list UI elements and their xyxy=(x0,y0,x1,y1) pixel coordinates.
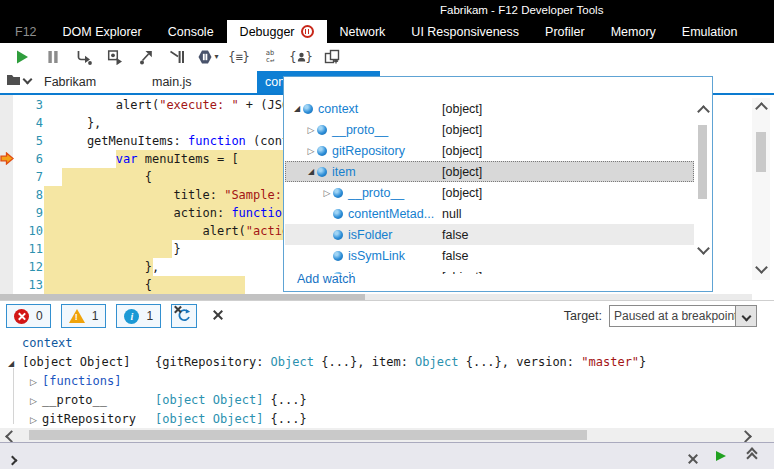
watch-tree: ◢context[object]▷__proto__[object]▷gitRe… xyxy=(285,98,694,274)
clear-input-icon[interactable] xyxy=(688,454,699,465)
info-filter-button[interactable]: i 1 xyxy=(116,304,161,328)
result-value: {gitRepository: Object {...}, item: Obje… xyxy=(155,355,646,369)
clear-console-button[interactable] xyxy=(213,310,226,323)
tab-ui-responsiveness[interactable]: UI Responsiveness xyxy=(398,20,532,43)
collapse-arrow-icon[interactable]: ◢ xyxy=(305,167,317,176)
scrollbar-thumb[interactable] xyxy=(29,430,587,440)
tab-memory[interactable]: Memory xyxy=(598,20,669,43)
errors-filter-button[interactable]: 0 xyxy=(6,304,51,328)
expand-arrow-icon[interactable]: ▷ xyxy=(30,392,42,411)
clear-on-navigate-button[interactable] xyxy=(171,304,197,328)
step-into-icon xyxy=(107,49,124,65)
dropdown-button[interactable] xyxy=(735,306,756,326)
folder-icon xyxy=(6,73,21,86)
tab-f12[interactable]: F12 xyxy=(2,20,50,43)
watch-row-gitRepository[interactable]: ▷gitRepository[object] xyxy=(285,140,694,161)
console-input-row[interactable] xyxy=(0,442,774,469)
object-icon xyxy=(333,188,343,198)
collapse-arrow-icon[interactable]: ◢ xyxy=(291,104,303,113)
tab-network[interactable]: Network xyxy=(327,20,399,43)
step-into-button[interactable] xyxy=(103,45,127,69)
exception-settings-button[interactable]: ▾ xyxy=(196,45,220,69)
scroll-down-icon[interactable] xyxy=(697,242,710,255)
object-icon xyxy=(333,230,343,240)
code-text: alert("execute: " + (JSON xyxy=(58,98,296,112)
property-value: [object] xyxy=(442,123,482,137)
current-breakpoint-icon[interactable] xyxy=(0,152,14,170)
line-number: 12 xyxy=(13,258,43,276)
scroll-up-icon[interactable] xyxy=(755,102,768,115)
expand-arrow-icon[interactable]: ▷ xyxy=(30,373,42,392)
object-icon xyxy=(317,167,327,177)
file-tab-main-js[interactable]: main.js xyxy=(144,71,236,93)
just-my-code-button[interactable]: {} xyxy=(289,45,313,69)
watch-row--proto-[interactable]: ▷__proto__[object] xyxy=(285,182,694,203)
property-name: contentMetad... xyxy=(348,207,434,221)
add-watch-link[interactable]: Add watch xyxy=(297,272,355,286)
line-number: 8 xyxy=(13,186,43,204)
message-filter-buttons: 0 1 i 1 xyxy=(6,304,226,328)
scroll-down-icon[interactable] xyxy=(755,261,768,274)
result-value: [object Object] {...} xyxy=(155,412,307,426)
console-row-gitRepository[interactable]: ▷gitRepository[object Object] {...} xyxy=(0,410,774,429)
watch-row-contentMetad-[interactable]: contentMetad...null xyxy=(285,203,694,224)
format-code-button[interactable]: {≡} xyxy=(227,45,251,69)
debug-toolbar: ▾{≡}abc↵{} xyxy=(0,43,774,70)
object-icon xyxy=(303,104,313,114)
scroll-left-icon[interactable] xyxy=(5,430,18,443)
word-wrap-icon: abc↵ xyxy=(266,50,274,64)
console-row--proto-[interactable]: ▷__proto__[object Object] {...} xyxy=(0,391,774,410)
scroll-right-icon[interactable] xyxy=(739,430,752,443)
console-row--functions-[interactable]: ▷[functions] xyxy=(0,372,774,391)
result-name: [object Object] xyxy=(22,353,155,372)
continue-button[interactable] xyxy=(10,45,34,69)
tab-label: F12 xyxy=(15,25,37,39)
toggle-source-maps-button[interactable] xyxy=(320,45,344,69)
result-name: __proto__ xyxy=(42,391,155,410)
tab-console[interactable]: Console xyxy=(155,20,227,43)
scrollbar-thumb[interactable] xyxy=(698,125,707,199)
file-tab-fabrikam[interactable]: Fabrikam xyxy=(36,71,136,93)
target-dropdown[interactable]: Paused at a breakpoint xyxy=(609,305,757,327)
watch-row-context[interactable]: ◢context[object] xyxy=(285,98,694,119)
expand-input-icon[interactable] xyxy=(746,449,758,463)
folder-menu-button[interactable] xyxy=(6,73,31,86)
f12-developer-tools-window: Fabrikam - F12 Developer Tools F12DOM Ex… xyxy=(0,0,774,469)
tab-debugger[interactable]: Debugger xyxy=(227,20,327,43)
collapse-arrow-icon[interactable]: ◢ xyxy=(8,354,22,373)
code-text: var menuItems = [ xyxy=(58,152,239,166)
scroll-up-icon[interactable] xyxy=(697,105,710,118)
step-out-button[interactable] xyxy=(134,45,158,69)
step-over-button[interactable] xyxy=(72,45,96,69)
code-text: getMenuItems: function (conte xyxy=(58,134,296,148)
popup-scrollbar[interactable] xyxy=(695,105,710,255)
property-name: context xyxy=(318,102,358,116)
watch-row-item[interactable]: ◢item[object] xyxy=(285,161,694,182)
line-number: 11 xyxy=(13,240,43,258)
expand-arrow-icon[interactable]: ▷ xyxy=(305,125,317,135)
console-output: context ◢[object Object]{gitRepository: … xyxy=(0,332,774,428)
console-row--object-Object-[interactable]: ◢[object Object]{gitRepository: Object {… xyxy=(0,353,774,372)
break-on-new-worker-button[interactable] xyxy=(165,45,189,69)
property-name: item xyxy=(332,165,356,179)
editor-vertical-scrollbar[interactable] xyxy=(752,98,770,280)
break-icon xyxy=(45,49,61,65)
target-value: Paused at a breakpoint xyxy=(610,309,737,323)
tab-profiler[interactable]: Profiler xyxy=(532,20,598,43)
watch-row-isFolder[interactable]: isFolderfalse xyxy=(285,224,694,245)
word-wrap-button[interactable]: abc↵ xyxy=(258,45,282,69)
watch-row--proto-[interactable]: ▷__proto__[object] xyxy=(285,119,694,140)
console-horizontal-scrollbar[interactable] xyxy=(0,428,774,442)
tab-dom-explorer[interactable]: DOM Explorer xyxy=(50,20,155,43)
break-button[interactable] xyxy=(41,45,65,69)
expand-arrow-icon[interactable]: ▷ xyxy=(321,188,333,198)
step-over-icon xyxy=(76,49,93,65)
chevron-down-icon xyxy=(741,311,751,321)
scrollbar-thumb[interactable] xyxy=(756,132,766,172)
tab-emulation[interactable]: Emulation xyxy=(669,20,751,43)
expand-arrow-icon[interactable]: ▷ xyxy=(305,146,317,156)
run-script-icon[interactable] xyxy=(716,451,726,461)
tab-label: Console xyxy=(168,25,214,39)
watch-row-isSymLink[interactable]: isSymLinkfalse xyxy=(285,245,694,266)
warnings-filter-button[interactable]: 1 xyxy=(61,304,107,328)
